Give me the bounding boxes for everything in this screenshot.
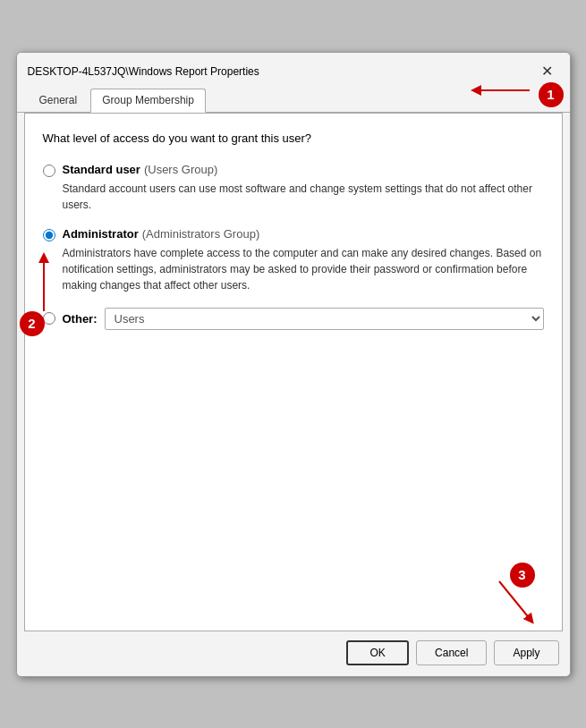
apply-button[interactable]: Apply [494,640,558,665]
window-title: DESKTOP-4L537JQ\Windows Report Propertie… [28,65,259,78]
title-bar: DESKTOP-4L537JQ\Windows Report Propertie… [17,53,570,83]
dialog-footer: OK Cancel Apply [17,631,570,676]
administrator-radio[interactable] [43,229,55,241]
properties-dialog: DESKTOP-4L537JQ\Windows Report Propertie… [16,52,571,677]
other-label: Other: [63,312,98,326]
standard-user-option: Standard user (Users Group) Standard acc… [43,163,544,213]
tab-general[interactable]: General [28,89,89,112]
administrator-option: Administrator (Administrators Group) Adm… [43,227,544,293]
other-option: Other: Users Guests Power Users [43,308,544,330]
administrator-description: Administrators have complete access to t… [63,245,544,293]
ok-button[interactable]: OK [346,640,409,665]
other-radio[interactable] [43,312,55,325]
standard-user-group: (Users Group) [144,163,217,176]
dialog-content: What level of access do you want to gran… [24,113,563,631]
standard-user-label: Standard user [63,163,140,176]
tab-bar: General Group Membership [17,83,570,113]
close-button[interactable]: ✕ [536,60,559,83]
standard-user-description: Standard account users can use most soft… [63,181,544,213]
other-select[interactable]: Users Guests Power Users [105,308,544,330]
standard-user-radio[interactable] [43,165,55,177]
tab-group-membership[interactable]: Group Membership [90,89,206,113]
administrator-label: Administrator [63,227,139,241]
administrator-group: (Administrators Group) [142,227,259,241]
cancel-button[interactable]: Cancel [416,640,487,665]
access-question: What level of access do you want to gran… [43,131,544,145]
